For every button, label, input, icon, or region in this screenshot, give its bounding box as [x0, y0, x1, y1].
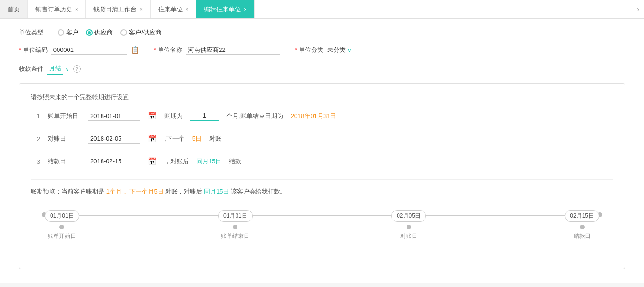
radio-customer-circle: [58, 29, 64, 36]
radio-customer-supplier-label: 客户/供应商: [129, 28, 161, 37]
unit-code-field: 单位编码 📋: [19, 45, 140, 55]
node-dot-3: [407, 225, 411, 229]
main-content: 单位类型 客户 供应商 客户/供应商 单位编码 📋 单位名称: [0, 19, 644, 283]
payment-condition-chevron: ∨: [65, 66, 69, 72]
payment-date-input[interactable]: [88, 157, 140, 166]
period-input[interactable]: [190, 111, 219, 121]
tab-partners[interactable]: 往来单位 ×: [151, 0, 196, 18]
timeline-container: 01月01日 账单开始日 01月31日 账单结束日 02月05日 对账日: [31, 205, 613, 259]
start-date-calendar-icon[interactable]: 📅: [148, 112, 157, 120]
payment-condition-select[interactable]: 月结 ∨: [47, 63, 69, 75]
payment-condition-value: 月结: [47, 63, 63, 75]
row-suffix-2b: 对账: [209, 135, 221, 143]
tab-sales-history-close[interactable]: ×: [75, 7, 78, 12]
preview-suffix: 该客户会给我打款。: [231, 188, 286, 195]
tab-edit-partner-close[interactable]: ×: [244, 7, 246, 12]
tab-cash-workbench[interactable]: 钱货日清工作台 ×: [86, 0, 150, 18]
setting-row-1: 1 账单开始日 📅 账期为 个月,账单结束日期为 2018年01月31日: [31, 111, 613, 121]
tab-edit-partner-label: 编辑往来单位: [204, 5, 241, 14]
tab-more-button[interactable]: ›: [632, 0, 644, 18]
start-date-input[interactable]: [88, 111, 140, 121]
unit-code-picker-icon[interactable]: 📋: [131, 46, 140, 54]
tab-partners-close[interactable]: ×: [186, 7, 188, 12]
unit-category-field: 单位分类 未分类 ∨: [295, 46, 352, 54]
chevron-right-icon: ›: [637, 6, 639, 13]
node-dot-4: [580, 225, 585, 229]
reconcile-day-highlight: 5日: [192, 135, 202, 143]
tab-edit-partner[interactable]: 编辑往来单位 ×: [196, 0, 254, 18]
payment-day-highlight: 同月15日: [196, 157, 221, 166]
end-date-highlight: 2018年01月31日: [291, 112, 337, 120]
unit-name-field: 单位名称: [154, 45, 281, 55]
help-icon[interactable]: ?: [73, 65, 81, 73]
preview-text: 账期预览：当前客户账期是 1个月， 下一个月5日 对账，对账后 同月15日 该客…: [31, 187, 613, 196]
timeline-node-1: 01月01日 账单开始日: [45, 210, 79, 240]
row-suffix-1a: 账期为: [164, 112, 183, 120]
tab-sales-history[interactable]: 销售订单历史 ×: [28, 0, 86, 18]
tab-sales-history-label: 销售订单历史: [35, 5, 72, 14]
node-badge-4: 02月15日: [565, 210, 599, 222]
node-label-3: 对账日: [400, 232, 417, 240]
tab-bar: 首页 销售订单历史 × 钱货日清工作台 × 往来单位 × 编辑往来单位 × ›: [0, 0, 644, 19]
preview-payment-day: 同月15日: [204, 188, 229, 195]
unit-category-value: 未分类: [327, 46, 346, 54]
node-badge-2: 01月31日: [218, 210, 253, 222]
settings-panel: 请按照未来的一个完整帐期进行设置 1 账单开始日 📅 账期为 个月,账单结束日期…: [19, 83, 625, 269]
payment-condition-label: 收款条件: [19, 65, 43, 73]
unit-category-select[interactable]: 未分类 ∨: [327, 46, 352, 54]
reconcile-date-calendar-icon[interactable]: 📅: [148, 135, 157, 143]
tab-cash-workbench-close[interactable]: ×: [139, 7, 142, 12]
radio-supplier-circle: [86, 29, 93, 36]
node-dot-1: [59, 225, 64, 229]
row-suffix-3b: 结款: [229, 157, 241, 166]
tab-cash-workbench-label: 钱货日清工作台: [93, 5, 136, 14]
timeline-node-3: 02月05日 对账日: [391, 210, 426, 240]
panel-title: 请按照未来的一个完整帐期进行设置: [31, 93, 613, 101]
unit-name-label: 单位名称: [154, 46, 183, 54]
row-label-1: 账单开始日: [48, 112, 81, 120]
preview-period: 1个月，: [106, 188, 128, 195]
radio-supplier[interactable]: 供应商: [86, 28, 113, 37]
preview-reconcile-day: 下一个月5日: [129, 188, 163, 195]
reconcile-date-input[interactable]: [88, 134, 140, 144]
row-suffix-3a: ，对账后: [164, 157, 189, 166]
row-label-3: 结款日: [48, 157, 81, 166]
preview-prefix: 账期预览：当前客户账期是: [31, 188, 104, 195]
unit-code-label: 单位编码: [19, 46, 48, 54]
node-label-4: 结款日: [574, 232, 591, 240]
tab-partners-label: 往来单位: [158, 5, 183, 14]
radio-customer[interactable]: 客户: [58, 28, 78, 37]
row-suffix-2a: ,下一个: [164, 135, 185, 143]
node-label-1: 账单开始日: [48, 232, 76, 240]
unit-type-label: 单位类型: [19, 28, 43, 37]
radio-customer-supplier[interactable]: 客户/供应商: [120, 28, 161, 37]
node-label-2: 账单结束日: [221, 232, 249, 240]
row-label-2: 对账日: [48, 135, 81, 143]
preview-section: 账期预览：当前客户账期是 1个月， 下一个月5日 对账，对账后 同月15日 该客…: [31, 179, 613, 259]
payment-condition-row: 收款条件 月结 ∨ ?: [19, 63, 625, 75]
radio-group-unit-type: 客户 供应商 客户/供应商: [58, 28, 161, 37]
unit-code-input[interactable]: [51, 45, 127, 55]
timeline-nodes: 01月01日 账单开始日 01月31日 账单结束日 02月05日 对账日: [45, 210, 599, 240]
row-num-1: 1: [31, 112, 40, 119]
radio-supplier-label: 供应商: [94, 28, 113, 37]
node-badge-1: 01月01日: [45, 210, 79, 222]
unit-category-chevron: ∨: [347, 47, 352, 53]
row-suffix-1b: 个月,账单结束日期为: [226, 112, 283, 120]
setting-row-3: 3 结款日 📅 ，对账后 同月15日 结款: [31, 157, 613, 166]
timeline-node-2: 01月31日 账单结束日: [218, 210, 253, 240]
tab-home[interactable]: 首页: [0, 0, 28, 18]
unit-info-row: 单位编码 📋 单位名称 单位分类 未分类 ∨: [19, 45, 625, 55]
unit-name-input[interactable]: [186, 45, 280, 55]
preview-middle: 对账，对账后: [165, 188, 202, 195]
row-num-2: 2: [31, 135, 40, 143]
setting-row-2: 2 对账日 📅 ,下一个 5日 对账: [31, 134, 613, 144]
unit-type-row: 单位类型 客户 供应商 客户/供应商: [19, 28, 625, 37]
node-dot-2: [233, 225, 237, 229]
tab-home-label: 首页: [8, 5, 20, 14]
payment-date-calendar-icon[interactable]: 📅: [148, 157, 157, 166]
timeline-node-4: 02月15日 结款日: [565, 210, 599, 240]
row-num-3: 3: [31, 158, 40, 165]
node-badge-3: 02月05日: [391, 210, 426, 222]
radio-customer-label: 客户: [66, 28, 78, 37]
